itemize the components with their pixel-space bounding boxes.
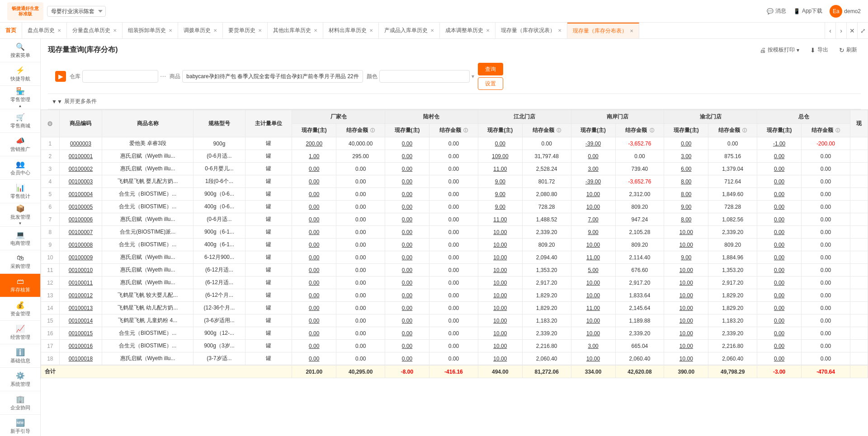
sidebar-item-purchase[interactable]: 🛍 采购管理 <box>0 250 40 274</box>
nav-prev-btn[interactable]: ‹ <box>825 23 835 39</box>
warehouse-dots-icon[interactable]: ··· <box>160 72 166 80</box>
code-link[interactable]: 00100013 <box>69 305 93 311</box>
cell-land-balance: 0.00 <box>429 251 478 264</box>
filter-expand-btn[interactable]: ▶ <box>55 71 66 82</box>
code-link[interactable]: 00100007 <box>69 229 93 235</box>
more-conditions-btn[interactable]: ▼▼ 展开更多条件 <box>48 96 100 107</box>
close-pickup-icon[interactable]: ✕ <box>258 28 262 33</box>
cell-land-stock: 0.00 <box>385 226 429 239</box>
sidebar-item-marketing[interactable]: 📣 营销推广 <box>0 133 40 156</box>
code-link[interactable]: 00100011 <box>69 280 93 286</box>
tab-disk-multi[interactable]: 分量盘点单历史 ✕ <box>67 23 123 39</box>
color-dropdown-icon[interactable]: ▾ <box>472 73 474 80</box>
total-balance-info-icon[interactable]: ⓘ <box>835 128 840 133</box>
print-btn[interactable]: 🖨 按模板打印 ▾ <box>756 44 803 56</box>
industry-select[interactable]: 母婴行业演示陈套 <box>47 6 106 17</box>
close-stock-status-icon[interactable]: ✕ <box>558 28 561 33</box>
tab-stock-dist[interactable]: 现存量（库存分布表） ✕ <box>567 23 639 39</box>
tab-stock-status[interactable]: 现存量（库存状况表） ✕ <box>495 23 567 39</box>
nav-expand-btn[interactable]: ⤢ <box>857 23 868 39</box>
code-link[interactable]: 00100016 <box>69 343 93 349</box>
sidebar-item-wholesale-mgmt[interactable]: 📦 批发管理 ▼ <box>0 203 40 227</box>
close-material-out-icon[interactable]: ✕ <box>369 28 373 33</box>
code-link[interactable]: 00100005 <box>69 204 93 210</box>
nav-close-all-btn[interactable]: ✕ <box>846 23 857 39</box>
tab-other-out[interactable]: 其他出库单历史 ✕ <box>268 23 323 39</box>
close-transfer-icon[interactable]: ✕ <box>213 28 217 33</box>
code-link[interactable]: 00100009 <box>69 254 93 261</box>
tab-pickup[interactable]: 要货单历史 ✕ <box>223 23 268 39</box>
warehouse-input[interactable] <box>82 70 158 83</box>
sidebar-item-finance[interactable]: 💰 资金管理 <box>0 297 40 321</box>
nav-next-btn[interactable]: › <box>835 23 846 39</box>
cell-nanan-stock: 9.00 <box>571 226 615 239</box>
user-info[interactable]: Ea demo2 <box>830 5 861 18</box>
close-kit-unpack-icon[interactable]: ✕ <box>169 28 172 33</box>
color-input[interactable] <box>379 70 470 83</box>
gear-icon[interactable]: ⚙ <box>47 120 53 127</box>
cell-unit: 罐 <box>245 137 292 150</box>
table-container[interactable]: ⚙ 商品编码 商品名称 规格型号 主计量单位 厂家仓 陆村仓 江北门店 南岸门店… <box>41 110 868 436</box>
app-download-btn[interactable]: 📱 App下载 <box>793 7 822 15</box>
sidebar-item-retail-stat[interactable]: 📊 零售统计 <box>0 180 40 203</box>
sidebar-item-enterprise[interactable]: 🏢 企业协同 <box>0 391 40 415</box>
sidebar-item-retail-mgmt-label: 零售管理 <box>10 96 30 103</box>
tab-kit-unpack[interactable]: 组装拆卸单历史 ✕ <box>123 23 178 39</box>
cell-jiangbei-stock: 10.00 <box>478 239 522 251</box>
code-link[interactable]: 00100004 <box>69 191 93 197</box>
cell-nanan-balance: 2,060.40 <box>615 352 664 366</box>
message-btn[interactable]: 💬 消息 <box>767 7 786 15</box>
sidebar-item-ops-mgmt[interactable]: 📈 经营管理 <box>0 321 40 344</box>
sidebar-item-retail-shop[interactable]: 🛒 零售商城 <box>0 109 40 133</box>
refresh-btn[interactable]: ↻ 刷新 <box>835 44 861 56</box>
export-btn[interactable]: ⬇ 导出 <box>807 44 832 56</box>
goods-input[interactable] <box>182 70 363 83</box>
close-other-out-icon[interactable]: ✕ <box>314 28 317 33</box>
tab-disk-single[interactable]: 盘点单历史 ✕ <box>22 23 67 39</box>
nanan-balance-info-icon[interactable]: ⓘ <box>650 128 654 133</box>
tab-cost-adjust[interactable]: 成本调整单历史 ✕ <box>440 23 495 39</box>
cell-nanan-stock: 11.00 <box>571 251 615 264</box>
tab-home[interactable]: 首页 <box>0 23 22 39</box>
tab-product-in[interactable]: 产成品入库单历史 ✕ <box>379 23 440 39</box>
sidebar-item-base-info[interactable]: ℹ️ 基础信息 <box>0 344 40 368</box>
sidebar-item-retail-mgmt[interactable]: 🏪 零售管理 ▲ <box>0 86 40 109</box>
code-link[interactable]: 00100010 <box>69 267 93 273</box>
code-link[interactable]: 00100018 <box>69 356 93 362</box>
code-link[interactable]: 00100001 <box>69 153 93 159</box>
jiangbei-balance-info-icon[interactable]: ⓘ <box>557 128 561 133</box>
code-link[interactable]: 0000003 <box>70 141 91 147</box>
cell-land-stock: 0.00 <box>385 264 429 277</box>
cell-unit: 罐 <box>245 188 292 201</box>
code-link[interactable]: 00100003 <box>69 178 93 185</box>
code-link[interactable]: 00100006 <box>69 216 93 223</box>
yubei-balance-info-icon[interactable]: ⓘ <box>742 128 747 133</box>
close-disk-multi-icon[interactable]: ✕ <box>113 28 117 33</box>
factory-balance-info-icon[interactable]: ⓘ <box>370 128 375 133</box>
code-link[interactable]: 00100008 <box>69 242 93 248</box>
code-link[interactable]: 00100014 <box>69 318 93 324</box>
land-balance-info-icon[interactable]: ⓘ <box>463 128 468 133</box>
sidebar-item-sys-mgmt[interactable]: ⚙️ 系统管理 <box>0 368 40 391</box>
close-product-in-icon[interactable]: ✕ <box>430 28 434 33</box>
sidebar-item-shortcut[interactable]: ⚡ 快捷导航 <box>0 62 40 86</box>
code-link[interactable]: 00100012 <box>69 292 93 299</box>
close-stock-dist-icon[interactable]: ✕ <box>630 28 633 33</box>
query-btn[interactable]: 查询 <box>478 63 503 75</box>
code-link[interactable]: 00100002 <box>69 166 93 172</box>
sidebar-item-member[interactable]: 👥 会员中心 <box>0 156 40 180</box>
sidebar-item-search[interactable]: 🔍 搜索英单 <box>0 39 40 62</box>
sidebar-item-stock[interactable]: 🗃 库存核算 <box>0 274 40 297</box>
tab-material-out[interactable]: 材料出库单历史 ✕ <box>323 23 379 39</box>
cell-num: 13 <box>41 289 60 302</box>
settings-btn[interactable]: 设置 <box>478 77 503 90</box>
code-link[interactable]: 00100015 <box>69 330 93 337</box>
sidebar-item-new-guide[interactable]: 🆕 新手引导 <box>0 415 40 436</box>
cell-yubei-balance: 2,216.80 <box>708 340 757 352</box>
cell-total-stock: 0.00 <box>757 226 802 239</box>
close-disk-single-icon[interactable]: ✕ <box>57 28 61 33</box>
close-cost-adjust-icon[interactable]: ✕ <box>486 28 490 33</box>
sidebar-item-ecommerce[interactable]: 💻 电商管理 <box>0 227 40 250</box>
tab-transfer[interactable]: 调拨单历史 ✕ <box>178 23 223 39</box>
th-gear[interactable]: ⚙ <box>41 110 60 137</box>
